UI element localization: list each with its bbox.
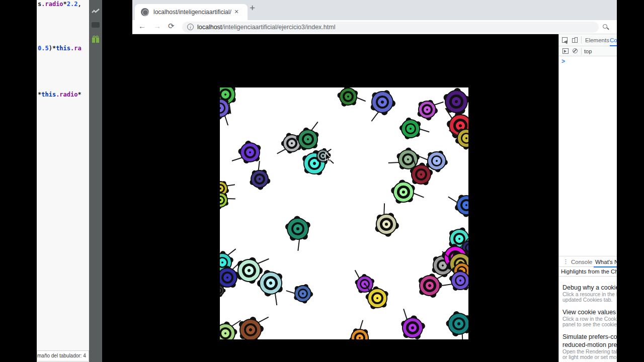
whats-new-header: Highlights from the Chrome <box>561 268 617 275</box>
turtle <box>250 169 269 189</box>
javascript-context-select[interactable]: top <box>584 48 592 54</box>
code-token: this <box>56 45 70 52</box>
tab-title: localhost/inteligenciaartificial/e <box>153 9 231 16</box>
whats-new-item: Simulate prefers-coloreduced-motion pref… <box>562 333 617 360</box>
turtle-tail <box>442 284 452 286</box>
package-icon[interactable] <box>92 22 100 28</box>
turtle-tail <box>434 102 443 106</box>
console-prompt-chevron[interactable]: > <box>561 58 565 65</box>
turtle-tail <box>413 193 424 198</box>
turtle <box>363 284 392 313</box>
reload-button[interactable]: ⟳ <box>168 22 175 31</box>
turtle <box>220 192 229 209</box>
whats-new-item-title[interactable]: Debug why a cookie w <box>562 284 617 292</box>
background-gap <box>102 0 132 362</box>
drawer-tab-whats-new[interactable]: What's New <box>595 259 617 265</box>
zoom-magnifier-icon[interactable] <box>603 24 607 29</box>
whats-new-item-description: or light mode or set mo <box>562 354 617 360</box>
turtle <box>350 328 369 339</box>
turtle-ring <box>296 227 299 230</box>
clear-console-icon[interactable] <box>573 48 578 53</box>
code-line: 0.5)*this.ra <box>38 45 82 52</box>
turtle-tail <box>258 317 269 323</box>
turtle-tail <box>275 293 277 305</box>
back-button[interactable]: ← <box>138 22 146 30</box>
turtle-tail <box>419 128 429 132</box>
turtle-tail <box>226 184 235 186</box>
turtle <box>445 310 468 337</box>
drawer-tab-bar: ⋮ Console What's New <box>559 256 617 267</box>
turtle <box>400 118 421 139</box>
letterbox-left <box>0 0 37 362</box>
code-token: 0.5 <box>38 45 49 52</box>
turtle-tail <box>224 115 228 125</box>
tab-size-tooltip: maño del tabulador: 4 <box>37 350 89 361</box>
whats-new-item: View cookie valuesClick a row in the Coo… <box>562 308 617 327</box>
devtools-tab-bar: Elements Console <box>559 34 617 46</box>
turtle-tail <box>227 248 236 255</box>
new-tab-button[interactable]: + <box>250 3 255 14</box>
divider <box>559 276 617 277</box>
turtle-ring <box>402 191 405 194</box>
code-editor-panel[interactable]: s.radio*2.2,0.5)*this.ra*this.radio* <box>37 0 89 362</box>
browser-tab[interactable]: localhost/inteligenciaartificial/e × <box>135 4 248 20</box>
address-bar[interactable]: i localhost/inteligenciaartificial/ejerc… <box>182 22 599 33</box>
code-line: *this.radio* <box>38 91 82 98</box>
turtle <box>368 87 397 117</box>
line-chart-icon[interactable] <box>92 8 100 15</box>
turtle <box>444 89 468 114</box>
turtle-ring <box>220 199 221 201</box>
mouse-cursor <box>325 152 332 163</box>
turtle-ring <box>385 223 388 226</box>
whats-new-item-title[interactable]: Simulate prefers-colo <box>562 333 617 341</box>
console-toolbar: top <box>559 46 617 56</box>
turtle-ring <box>455 100 458 103</box>
letterbox-right <box>617 0 644 362</box>
code-token: , <box>78 1 82 8</box>
turtle-tail <box>359 320 363 329</box>
whats-new-item-description: panel to see the cookie <box>562 322 617 327</box>
turtle-tail <box>257 258 269 264</box>
whats-new-item: Debug why a cookie wClick a resource in … <box>562 284 617 303</box>
turtle <box>398 313 427 339</box>
info-icon[interactable]: i <box>187 24 194 30</box>
divider <box>581 36 582 43</box>
code-token: * <box>63 1 67 8</box>
editor-activity-bar <box>89 0 102 362</box>
turtle-tail <box>298 239 300 251</box>
whats-new-list: Debug why a cookie wClick a resource in … <box>562 278 617 362</box>
url-text[interactable]: localhost/inteligenciaartificial/ejercic… <box>197 24 335 31</box>
tab-close-icon[interactable]: × <box>234 8 238 16</box>
turtle-tail <box>232 157 243 161</box>
turtle <box>338 87 359 107</box>
gift-icon[interactable] <box>92 36 100 43</box>
code-token: .radio <box>41 1 63 8</box>
whats-new-item-title[interactable]: View cookie values <box>562 308 617 316</box>
screen: s.radio*2.2,0.5)*this.ra*this.radio* mañ… <box>0 0 644 362</box>
code-token: )* <box>49 45 56 52</box>
forward-button[interactable]: → <box>153 22 161 30</box>
browser-toolbar: ← → ⟳ i localhost/inteligenciaartificial… <box>132 20 617 34</box>
tab-elements[interactable]: Elements <box>585 37 609 43</box>
turtle <box>391 180 416 205</box>
globe-favicon-icon <box>141 8 149 16</box>
turtle-tail <box>311 122 318 131</box>
drawer-tab-console[interactable]: Console <box>571 259 592 265</box>
divider <box>581 48 582 55</box>
url-host: localhost <box>197 24 222 31</box>
whats-new-item-description: updated Cookies tab. <box>562 297 617 303</box>
turtle-tail <box>227 198 235 199</box>
kebab-menu-icon[interactable]: ⋮ <box>563 258 569 265</box>
turtle-tail <box>371 111 379 121</box>
turtle <box>415 97 439 122</box>
tab-console[interactable]: Console <box>610 37 617 43</box>
simulation-canvas[interactable] <box>220 87 468 339</box>
turtle <box>286 217 310 241</box>
turtle-tail <box>258 161 260 171</box>
turtle <box>294 285 312 303</box>
code-token: * <box>78 91 82 98</box>
turtle <box>374 212 399 237</box>
whats-new-item-title[interactable]: reduced-motion prefe <box>562 341 617 349</box>
turtle <box>235 314 266 339</box>
code-token: .radio <box>56 91 77 98</box>
